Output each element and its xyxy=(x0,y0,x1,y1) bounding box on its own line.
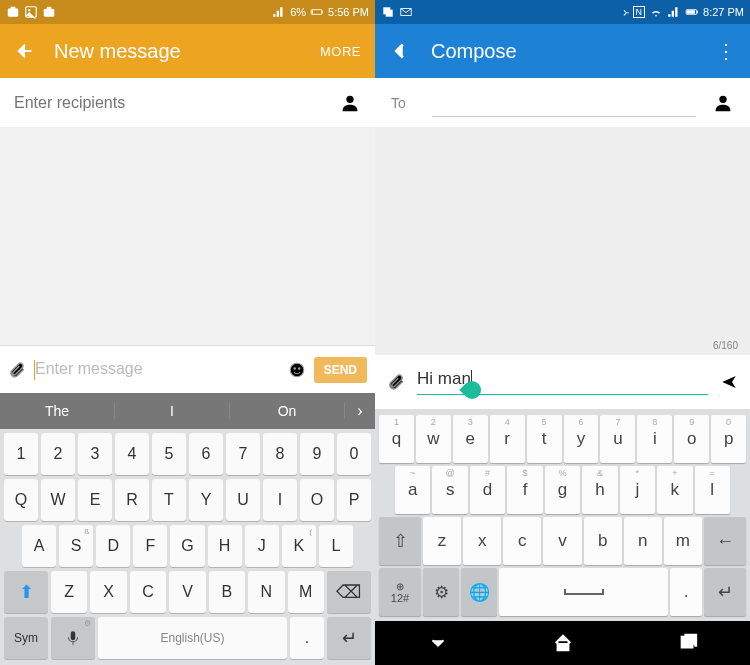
letter-key[interactable]: ~a xyxy=(395,466,430,514)
letter-key[interactable]: M xyxy=(288,571,324,613)
number-key[interactable]: 7 xyxy=(226,433,260,475)
letter-key[interactable]: 4r xyxy=(490,415,525,463)
letter-key[interactable]: N xyxy=(248,571,284,613)
space-key[interactable]: English(US) xyxy=(98,617,287,659)
number-key[interactable]: 3 xyxy=(78,433,112,475)
letter-key[interactable]: X xyxy=(90,571,126,613)
letter-key[interactable]: B xyxy=(209,571,245,613)
letter-key[interactable]: 2w xyxy=(416,415,451,463)
contact-icon[interactable] xyxy=(712,92,734,114)
numeric-switch-key[interactable]: ⊕12# xyxy=(379,568,421,616)
letter-key[interactable]: D xyxy=(96,525,130,567)
recipients-input[interactable] xyxy=(432,116,696,117)
letter-key[interactable]: %g xyxy=(545,466,580,514)
letter-key[interactable]: 8i xyxy=(637,415,672,463)
letter-key[interactable]: O xyxy=(300,479,334,521)
nav-back-icon[interactable] xyxy=(427,632,449,654)
letter-key[interactable]: 3e xyxy=(453,415,488,463)
letter-key[interactable]: V xyxy=(169,571,205,613)
letter-key[interactable]: T xyxy=(152,479,186,521)
contact-icon[interactable] xyxy=(339,92,361,114)
number-key[interactable]: 4 xyxy=(115,433,149,475)
letter-key[interactable]: *j xyxy=(620,466,655,514)
letter-key[interactable]: E xyxy=(78,479,112,521)
number-key[interactable]: 9 xyxy=(300,433,334,475)
suggestion-expand-icon[interactable]: › xyxy=(345,402,375,420)
send-button[interactable]: SEND xyxy=(314,357,367,383)
letter-key[interactable]: b xyxy=(584,517,622,565)
letter-key[interactable]: =l xyxy=(695,466,730,514)
letter-key[interactable]: W xyxy=(41,479,75,521)
period-key[interactable]: . xyxy=(670,568,702,616)
period-key[interactable]: . xyxy=(290,617,324,659)
enter-key[interactable]: ↵ xyxy=(327,617,371,659)
letter-key[interactable]: v xyxy=(543,517,581,565)
suggestion-word[interactable]: On xyxy=(230,403,345,419)
attachment-icon[interactable] xyxy=(387,373,405,391)
letter-key[interactable]: 7u xyxy=(600,415,635,463)
overflow-menu-icon[interactable]: ⋮ xyxy=(716,39,736,63)
letter-key[interactable]: +k xyxy=(657,466,692,514)
letter-key[interactable]: Sß xyxy=(59,525,93,567)
number-key[interactable]: 0 xyxy=(337,433,371,475)
mic-key[interactable]: ⚙ xyxy=(51,617,95,659)
letter-key[interactable]: 1q xyxy=(379,415,414,463)
suggestion-word[interactable]: The xyxy=(0,403,115,419)
back-chevron-icon[interactable] xyxy=(389,40,411,62)
letter-key[interactable]: m xyxy=(664,517,702,565)
letter-key[interactable]: c xyxy=(503,517,541,565)
nav-home-icon[interactable] xyxy=(552,632,574,654)
letter-key[interactable]: z xyxy=(423,517,461,565)
symbols-key[interactable]: Sym xyxy=(4,617,48,659)
letter-key[interactable]: R xyxy=(115,479,149,521)
attachment-icon[interactable] xyxy=(8,361,26,379)
letter-key[interactable]: x xyxy=(463,517,501,565)
letter-key[interactable]: K( xyxy=(282,525,316,567)
shift-key[interactable]: ⇧ xyxy=(379,517,421,565)
letter-key[interactable]: H xyxy=(208,525,242,567)
back-arrow-icon[interactable] xyxy=(14,40,36,62)
send-icon[interactable] xyxy=(720,373,738,391)
more-button[interactable]: MORE xyxy=(320,44,361,59)
svg-rect-7 xyxy=(312,10,313,14)
letter-key[interactable]: 6y xyxy=(564,415,599,463)
backspace-key[interactable]: ← xyxy=(704,517,746,565)
letter-key[interactable]: G xyxy=(170,525,204,567)
number-key[interactable]: 8 xyxy=(263,433,297,475)
letter-key[interactable]: C xyxy=(130,571,166,613)
enter-key[interactable]: ↵ xyxy=(704,568,746,616)
letter-key[interactable]: 0p xyxy=(711,415,746,463)
letter-key[interactable]: Q xyxy=(4,479,38,521)
number-key[interactable]: 2 xyxy=(41,433,75,475)
keyboard: 1q2w3e4r5t6y7u8i9o0p ~a@s#d$f%g&h*j+k=l … xyxy=(375,409,750,621)
letter-key[interactable]: F xyxy=(133,525,167,567)
letter-key[interactable]: L xyxy=(319,525,353,567)
message-input[interactable]: Enter message xyxy=(34,360,280,380)
suggestion-word[interactable]: I xyxy=(115,403,230,419)
settings-key[interactable]: ⚙ xyxy=(423,568,459,616)
backspace-key[interactable]: ⌫ xyxy=(327,571,371,613)
number-key[interactable]: 5 xyxy=(152,433,186,475)
emoji-icon[interactable] xyxy=(288,361,306,379)
letter-key[interactable]: I xyxy=(263,479,297,521)
letter-key[interactable]: #d xyxy=(470,466,505,514)
letter-key[interactable]: @s xyxy=(432,466,467,514)
shift-key[interactable]: ⬆ xyxy=(4,571,48,613)
letter-key[interactable]: 9o xyxy=(674,415,709,463)
recipients-input[interactable] xyxy=(14,94,339,112)
letter-key[interactable]: Y xyxy=(189,479,223,521)
number-key[interactable]: 1 xyxy=(4,433,38,475)
letter-key[interactable]: Z xyxy=(51,571,87,613)
letter-key[interactable]: n xyxy=(624,517,662,565)
space-key[interactable] xyxy=(499,568,668,616)
nav-recent-icon[interactable] xyxy=(677,632,699,654)
letter-key[interactable]: J xyxy=(245,525,279,567)
letter-key[interactable]: &h xyxy=(582,466,617,514)
letter-key[interactable]: 5t xyxy=(527,415,562,463)
letter-key[interactable]: U xyxy=(226,479,260,521)
language-key[interactable]: 🌐 xyxy=(461,568,497,616)
letter-key[interactable]: P xyxy=(337,479,371,521)
letter-key[interactable]: $f xyxy=(507,466,542,514)
letter-key[interactable]: A xyxy=(22,525,56,567)
number-key[interactable]: 6 xyxy=(189,433,223,475)
